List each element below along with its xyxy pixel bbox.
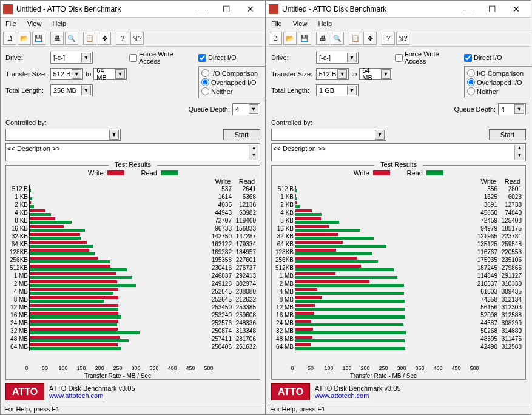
read-bar	[30, 205, 34, 208]
read-bar	[30, 260, 110, 263]
write-value: 253240	[205, 312, 232, 319]
move-button[interactable]: ✥	[98, 32, 111, 45]
write-value: 4035	[205, 201, 232, 208]
total-length-combo[interactable]: 256 MB ▼	[50, 84, 93, 96]
neither-radio[interactable]: Neither	[467, 87, 532, 95]
preview-button[interactable]: 🔍	[331, 32, 344, 45]
bars	[295, 264, 471, 272]
bars	[29, 201, 205, 209]
maximize-button[interactable]: ☐	[480, 2, 504, 16]
write-swatch-icon	[373, 170, 390, 175]
copy-button[interactable]: 📋	[83, 32, 96, 45]
bars	[29, 232, 205, 240]
total-length-combo[interactable]: 1 GB ▼	[316, 84, 359, 96]
controlled-by-combo[interactable]: ▼	[5, 129, 121, 141]
transfer-to-combo[interactable]: 64 MB ▼	[359, 68, 392, 80]
start-button[interactable]: Start	[223, 129, 260, 140]
version-label: ATTO Disk Benchmark v3.05	[49, 385, 135, 392]
help-button[interactable]: ?	[382, 32, 395, 45]
open-button[interactable]: 📂	[283, 32, 297, 45]
controlled-by-combo[interactable]: ▼	[271, 129, 386, 141]
minimize-button[interactable]: —	[456, 2, 480, 16]
minimize-button[interactable]: —	[190, 2, 214, 16]
menu-help[interactable]: Help	[315, 19, 334, 29]
io-comparison-radio[interactable]: I/O Comparison	[467, 69, 532, 77]
row-label: 32 KB	[274, 233, 295, 240]
read-bar	[30, 252, 95, 255]
results-caption: Test Results	[374, 161, 423, 168]
transfer-from-combo[interactable]: 512 B ▼	[316, 68, 349, 80]
chart-row: 16 MB 253240 259608	[8, 311, 256, 319]
drive-combo[interactable]: [-c-] ▼	[50, 52, 93, 64]
menu-view[interactable]: View	[25, 19, 44, 29]
new-button[interactable]: 🗋	[269, 32, 282, 45]
write-value: 96733	[205, 225, 232, 232]
queue-depth-combo[interactable]: 4 ▼	[498, 103, 526, 115]
io-comparison-radio[interactable]: I/O Comparison	[201, 69, 268, 77]
direct-io-checkbox[interactable]: Direct I/O	[464, 50, 532, 65]
chart-row: 12 MB 56156 312303	[274, 303, 522, 311]
open-button[interactable]: 📂	[18, 32, 31, 45]
drive-combo[interactable]: [-c-] ▼	[316, 52, 359, 64]
row-label: 4 MB	[8, 288, 29, 295]
print-button[interactable]: 🖶	[316, 32, 329, 45]
write-value: 52098	[471, 312, 497, 319]
queue-depth-label: Queue Depth:	[454, 106, 496, 113]
bars	[29, 240, 205, 248]
x-tick: 500	[470, 365, 479, 371]
write-bar	[295, 312, 314, 315]
transfer-to-combo[interactable]: 64 MB ▼	[93, 68, 127, 80]
scrollbar[interactable]: ▲▼	[249, 145, 258, 160]
force-write-checkbox[interactable]: Force Write Access	[395, 50, 462, 65]
overlapped-io-radio[interactable]: Overlapped I/O	[467, 78, 532, 86]
write-value: 556	[471, 186, 497, 192]
direct-io-checkbox[interactable]: Direct I/O	[198, 50, 271, 65]
read-bar	[30, 276, 132, 279]
force-write-checkbox[interactable]: Force Write Access	[129, 50, 196, 65]
write-bar	[295, 272, 335, 275]
print-button[interactable]: 🖶	[50, 32, 64, 45]
whatsthis-button[interactable]: ℕ?	[130, 32, 144, 45]
maximize-button[interactable]: ☐	[214, 2, 238, 16]
chart-row: 16 MB 52098 312588	[274, 311, 522, 319]
menu-file[interactable]: File	[269, 19, 285, 29]
bars	[29, 280, 205, 288]
row-label: 2 MB	[8, 280, 29, 287]
bars	[295, 280, 471, 288]
website-link[interactable]: www.attotech.com	[49, 392, 135, 399]
bars	[295, 319, 471, 327]
chart-body: 512 B 556 2801 1 KB 1625 6023 2 KB 3891 …	[272, 185, 525, 365]
row-label: 24 MB	[8, 320, 29, 326]
chart-row: 1 KB 1614 6368	[8, 193, 256, 201]
description-textarea[interactable]: << Description >> ▲▼	[5, 143, 260, 161]
overlapped-io-radio[interactable]: Overlapped I/O	[201, 78, 268, 86]
close-button[interactable]: ✕	[238, 2, 263, 16]
website-link[interactable]: www.attotech.com	[315, 392, 400, 399]
bars	[29, 335, 205, 343]
write-value: 1614	[205, 194, 232, 200]
bars	[29, 185, 205, 193]
neither-radio[interactable]: Neither	[201, 87, 268, 95]
queue-depth-combo[interactable]: 4 ▼	[232, 103, 260, 115]
write-bar	[295, 288, 317, 291]
new-button[interactable]: 🗋	[3, 32, 16, 45]
move-button[interactable]: ✥	[363, 32, 377, 45]
chart-row: 128KB 116767 220553	[274, 248, 522, 256]
row-label: 128KB	[8, 249, 29, 255]
menu-help[interactable]: Help	[50, 19, 69, 29]
scrollbar[interactable]: ▲▼	[514, 145, 524, 160]
help-button[interactable]: ?	[116, 32, 129, 45]
menu-view[interactable]: View	[291, 19, 310, 29]
row-label: 2 KB	[8, 201, 29, 208]
menu-file[interactable]: File	[3, 19, 19, 29]
close-button[interactable]: ✕	[504, 2, 528, 16]
description-textarea[interactable]: << Description >> ▲▼	[271, 143, 526, 161]
copy-button[interactable]: 📋	[349, 32, 362, 45]
save-button[interactable]: 💾	[298, 32, 311, 45]
preview-button[interactable]: 🔍	[65, 32, 78, 45]
chevron-down-icon: ▼	[109, 130, 119, 140]
transfer-from-combo[interactable]: 512 B ▼	[50, 68, 84, 80]
whatsthis-button[interactable]: ℕ?	[396, 32, 409, 45]
save-button[interactable]: 💾	[32, 32, 45, 45]
start-button[interactable]: Start	[489, 129, 526, 140]
